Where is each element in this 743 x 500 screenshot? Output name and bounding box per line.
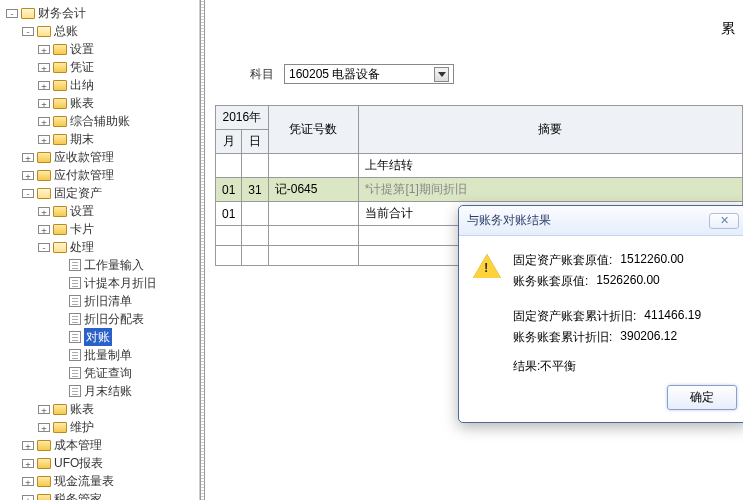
info-key: 账务账套原值: (513, 273, 588, 290)
folder-icon (53, 422, 67, 433)
tree-item[interactable]: +账表 (0, 400, 199, 418)
tree-toggle[interactable]: + (22, 495, 34, 501)
tree-toggle[interactable]: - (6, 9, 18, 18)
table-row[interactable]: 上年结转 (216, 154, 743, 178)
tree-toggle[interactable]: + (38, 117, 50, 126)
tree-item[interactable]: +维护 (0, 418, 199, 436)
col-year: 2016年 (216, 106, 269, 130)
tree-toggle[interactable]: + (22, 477, 34, 486)
chevron-down-icon[interactable] (434, 67, 449, 82)
tree-toggle[interactable]: + (38, 135, 50, 144)
info-line: 固定资产账套原值:1512260.00 (513, 252, 684, 269)
tree-item[interactable]: 折旧分配表 (0, 310, 199, 328)
page-icon (69, 295, 81, 307)
info-val: 1526260.00 (596, 273, 659, 290)
tree-toggle[interactable]: + (38, 207, 50, 216)
tree-item[interactable]: +税务管家 (0, 490, 199, 500)
tree-toggle (54, 261, 66, 270)
tree-item[interactable]: +UFO报表 (0, 454, 199, 472)
tree-item[interactable]: -固定资产 (0, 184, 199, 202)
close-icon[interactable]: ✕ (709, 213, 739, 229)
tree-item[interactable]: -总账 (0, 22, 199, 40)
tree-label: 维护 (70, 418, 94, 436)
tree-label: 账表 (70, 94, 94, 112)
tree-item[interactable]: +账表 (0, 94, 199, 112)
tree-item[interactable]: -处理 (0, 238, 199, 256)
tree-toggle[interactable]: + (38, 423, 50, 432)
tree-item[interactable]: 批量制单 (0, 346, 199, 364)
tree-toggle (54, 333, 66, 342)
tree-item[interactable]: +综合辅助账 (0, 112, 199, 130)
folder-icon (53, 134, 67, 145)
tree-item[interactable]: +应收款管理 (0, 148, 199, 166)
tree-item[interactable]: +设置 (0, 202, 199, 220)
tree-item[interactable]: +现金流量表 (0, 472, 199, 490)
table-row[interactable]: 0131记-0645*计提第[1]期间折旧 (216, 178, 743, 202)
tree-toggle[interactable]: + (38, 63, 50, 72)
folder-icon (53, 116, 67, 127)
folder-icon (37, 458, 51, 469)
page-icon (69, 259, 81, 271)
tree-label: 计提本月折旧 (84, 274, 156, 292)
tree-toggle[interactable]: - (38, 243, 50, 252)
tree-label: 期末 (70, 130, 94, 148)
tree-toggle[interactable]: + (38, 81, 50, 90)
tree-toggle (54, 369, 66, 378)
tree-label: 批量制单 (84, 346, 132, 364)
cell-voucher (268, 202, 358, 226)
tree-label: 出纳 (70, 76, 94, 94)
col-month: 月 (216, 130, 242, 154)
folder-icon (53, 98, 67, 109)
tree-label: 总账 (54, 22, 78, 40)
tree-toggle[interactable]: + (38, 405, 50, 414)
cell-day (242, 154, 268, 178)
tree-item[interactable]: +应付款管理 (0, 166, 199, 184)
tree-label: 月末结账 (84, 382, 132, 400)
tree-item[interactable]: 工作量输入 (0, 256, 199, 274)
info-val: 1512260.00 (620, 252, 683, 269)
tree-toggle[interactable]: + (22, 153, 34, 162)
folder-icon (37, 170, 51, 181)
tree-toggle[interactable]: + (22, 459, 34, 468)
tree-item[interactable]: +出纳 (0, 76, 199, 94)
tree-toggle[interactable]: + (38, 225, 50, 234)
tree-toggle[interactable]: - (22, 27, 34, 36)
tree-item[interactable]: 凭证查询 (0, 364, 199, 382)
tree-item[interactable]: +成本管理 (0, 436, 199, 454)
ok-button[interactable]: 确定 (667, 385, 737, 410)
cell-month (216, 154, 242, 178)
folder-icon (37, 188, 51, 199)
folder-icon (53, 242, 67, 253)
folder-icon (53, 80, 67, 91)
folder-icon (21, 8, 35, 19)
subject-select[interactable]: 160205 电器设备 (284, 64, 454, 84)
cell-summary: 上年结转 (358, 154, 742, 178)
tree-label: 工作量输入 (84, 256, 144, 274)
tree-label: 卡片 (70, 220, 94, 238)
tree-item[interactable]: +期末 (0, 130, 199, 148)
tree-item[interactable]: 折旧清单 (0, 292, 199, 310)
cell-month: 01 (216, 178, 242, 202)
tree-item[interactable]: +凭证 (0, 58, 199, 76)
page-icon (69, 313, 81, 325)
tree-item[interactable]: +设置 (0, 40, 199, 58)
tree-toggle[interactable]: - (22, 189, 34, 198)
folder-icon (53, 62, 67, 73)
tree-toggle[interactable]: + (22, 441, 34, 450)
tree-toggle[interactable]: + (38, 99, 50, 108)
tree-item[interactable]: 计提本月折旧 (0, 274, 199, 292)
folder-icon (37, 152, 51, 163)
tree-item[interactable]: -财务会计 (0, 4, 199, 22)
tree-label: 对账 (84, 328, 112, 346)
page-title-fragment: 累 (721, 20, 735, 38)
cell-day: 31 (242, 178, 268, 202)
folder-icon (37, 476, 51, 487)
tree-label: 处理 (70, 238, 94, 256)
tree-toggle[interactable]: + (22, 171, 34, 180)
page-icon (69, 385, 81, 397)
tree-item[interactable]: 月末结账 (0, 382, 199, 400)
tree-toggle (54, 315, 66, 324)
tree-item[interactable]: +卡片 (0, 220, 199, 238)
tree-item[interactable]: 对账 (0, 328, 199, 346)
tree-toggle[interactable]: + (38, 45, 50, 54)
